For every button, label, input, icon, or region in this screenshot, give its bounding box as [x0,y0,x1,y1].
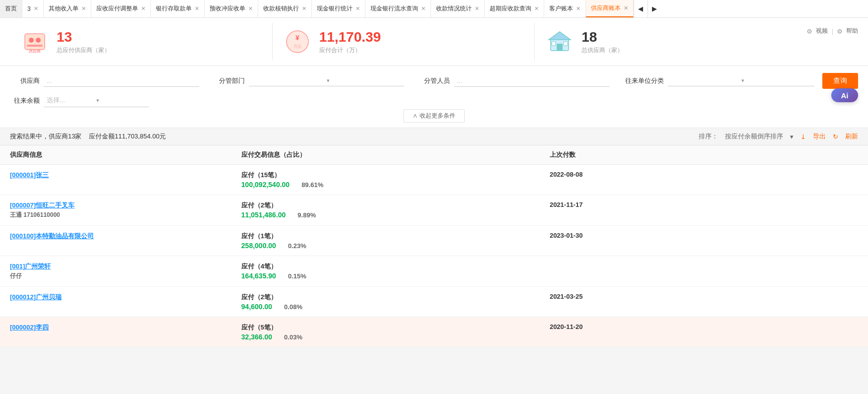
table-header: 供应商信息 应付交易信息（占比） 上次付数 [0,145,868,165]
nav-item-customer-ledger[interactable]: 客户账本 ✕ [544,0,586,17]
svg-rect-10 [557,44,563,51]
filter-label-person: 分管人员 [420,76,450,85]
nav-arrow-right[interactable]: ▶ [648,0,661,18]
tx-amount-5[interactable]: 32,366.00 [241,333,272,341]
supplier-link-1[interactable]: [000007]恒旺二手叉车 [10,201,241,210]
summary-card-suppliers: 供应商 13 总应付供应商（家） [10,23,272,61]
filter-input-supplier[interactable] [44,75,199,87]
nav-label-cash-flow-query: 现金银行流水查询 [370,4,418,13]
ai-button[interactable]: Ai [831,88,858,102]
supplier-link-5[interactable]: [000002]李四 [10,323,241,332]
nav-close-collection-stats[interactable]: ✕ [475,5,479,12]
nav-label-bank-deposit: 银行存取款单 [156,4,192,13]
chevron-down-icon-unit-class: ▾ [741,77,812,84]
export-icon: ⤓ [800,133,806,140]
nav-item-receipt-execute[interactable]: 收款核销执行 ✕ [258,0,312,17]
result-actions: 排序： 按应付余额倒序排序 ▾ ⤓ 导出 ↻ 刷新 [699,132,858,141]
card-label-amount: 应付合计（万） [319,46,381,55]
supplier-link-4[interactable]: [000012]广州贝瑞 [10,293,241,302]
filter-label-unit-class: 往来单位分类 [625,76,664,85]
svg-text:供应商: 供应商 [29,49,41,54]
chevron-down-icon-balance: ▾ [96,97,146,104]
lastpay-col-2: 2023-01-30 [550,232,704,239]
top-nav: 首页 3 ✕ 其他收入单 ✕ 应收应付调整单 ✕ 银行存取款单 ✕ 预收冲应收单… [0,0,868,18]
supplier-sub-1: 王通 17106110000 [10,211,241,219]
nav-item-home[interactable]: 首页 [0,0,22,17]
filter-select-unit-class[interactable]: ▾ [668,75,814,86]
nav-close-receipt-execute[interactable]: ✕ [302,5,306,12]
svg-rect-12 [564,42,568,46]
nav-item-cash-bank-stats[interactable]: 现金银行统计 ✕ [312,0,365,17]
lastpay-date-5: 2020-11-20 [550,323,583,330]
link-help[interactable]: 帮助 [846,27,858,35]
col-header-extra [704,150,858,159]
table-wrap: 供应商信息 应付交易信息（占比） 上次付数 [000001]张三 应付（15笔）… [0,145,868,347]
nav-label-home: 首页 [5,4,17,13]
nav-item-advance-receivable[interactable]: 预收冲应收单 ✕ [205,0,258,17]
refresh-button[interactable]: 刷新 [845,132,858,141]
sort-value[interactable]: 按应付余额倒序排序 [725,132,783,141]
filter-select-balance[interactable]: 选择... ▾ [44,94,149,107]
transaction-col-2: 应付（1笔） 258,000.00 0.23% [241,232,550,250]
tx-amount-3[interactable]: 164,635.90 [241,272,276,280]
ai-label: Ai [841,91,849,100]
nav-arrow-left[interactable]: ◀ [634,0,648,18]
tx-label-4: 应付（2笔） [241,293,550,302]
nav-item-other-income[interactable]: 其他收入单 ✕ [44,0,91,17]
nav-close-advance-receivable[interactable]: ✕ [248,5,253,12]
tx-amount-2[interactable]: 258,000.00 [241,242,276,250]
nav-item-cash-flow-query[interactable]: 现金银行流水查询 ✕ [365,0,431,17]
nav-close-overdue-query[interactable]: ✕ [534,5,539,12]
tx-label-0: 应付（15笔） [241,171,550,180]
lastpay-col-0: 2022-08-08 [550,171,704,178]
nav-label-receipt-execute: 收款核销执行 [263,4,299,13]
nav-close-bank-deposit[interactable]: ✕ [195,5,199,12]
transaction-col-3: 应付（4笔） 164,635.90 0.15% [241,262,550,280]
supplier-col-4: [000012]广州贝瑞 [10,293,241,302]
filter-balance-placeholder: 选择... [47,96,96,105]
nav-label-supplier-ledger: 供应商账本 [591,4,621,12]
result-info: 搜索结果中，供应商13家 应付金额111,703,854.00元 [10,132,166,141]
export-button[interactable]: 导出 [813,132,826,141]
supplier-col-5: [000002]李四 [10,323,241,332]
filter-select-dept[interactable]: ▾ [249,75,404,86]
filter-input-person[interactable] [454,75,609,87]
tx-amount-1[interactable]: 11,051,486.00 [241,211,286,219]
link-video[interactable]: 视频 [816,27,828,35]
svg-text:¥: ¥ [295,34,299,42]
supplier-sub-3: 仔仔 [10,272,241,280]
nav-item-3[interactable]: 3 ✕ [22,0,44,17]
supplier-link-2[interactable]: [000100]本特勤油品有限公司 [10,232,241,241]
nav-item-overdue-query[interactable]: 超期应收款查询 ✕ [485,0,544,17]
nav-close-supplier-ledger[interactable]: ✕ [624,5,628,11]
supplier-link-3[interactable]: [001]广州荣轩 [10,262,241,271]
filter-item-unit-class: 往来单位分类 ▾ [625,75,814,86]
nav-close-cash-flow-query[interactable]: ✕ [421,5,426,12]
lastpay-date-1: 2021-11-17 [550,201,583,208]
card-label-total-suppliers: 总供应商（家） [581,46,623,55]
nav-label-3: 3 [27,5,31,12]
nav-item-bank-deposit[interactable]: 银行存取款单 ✕ [151,0,205,17]
supplier-link-0[interactable]: [000001]张三 [10,171,241,180]
tx-amount-0[interactable]: 100,092,540.00 [241,181,289,189]
query-button[interactable]: 查询 [822,73,858,89]
svg-rect-1 [29,38,34,43]
svg-marker-9 [549,32,571,40]
collapse-button[interactable]: ∧ 收起更多条件 [403,109,464,123]
nav-item-collection-stats[interactable]: 收款情况统计 ✕ [431,0,485,17]
nav-close-other-income[interactable]: ✕ [81,5,86,12]
nav-label-advance-receivable: 预收冲应收单 [210,4,245,13]
nav-close-customer-ledger[interactable]: ✕ [576,5,580,12]
tx-amount-4[interactable]: 94,600.00 [241,303,272,311]
tx-percent-2: 0.23% [288,242,306,250]
nav-close-cash-bank-stats[interactable]: ✕ [356,5,360,12]
nav-close-ar-ap-adjust[interactable]: ✕ [141,5,145,12]
nav-label-collection-stats: 收款情况统计 [436,4,472,13]
nav-item-ar-ap-adjust[interactable]: 应收应付调整单 ✕ [91,0,151,17]
lastpay-date-2: 2023-01-30 [550,232,583,239]
lastpay-date-4: 2021-03-25 [550,293,583,300]
sort-label: 排序： [699,132,718,141]
nav-close-3[interactable]: ✕ [34,5,38,12]
transaction-col-4: 应付（2笔） 94,600.00 0.08% [241,293,550,311]
nav-item-supplier-ledger[interactable]: 供应商账本 ✕ [586,0,634,17]
